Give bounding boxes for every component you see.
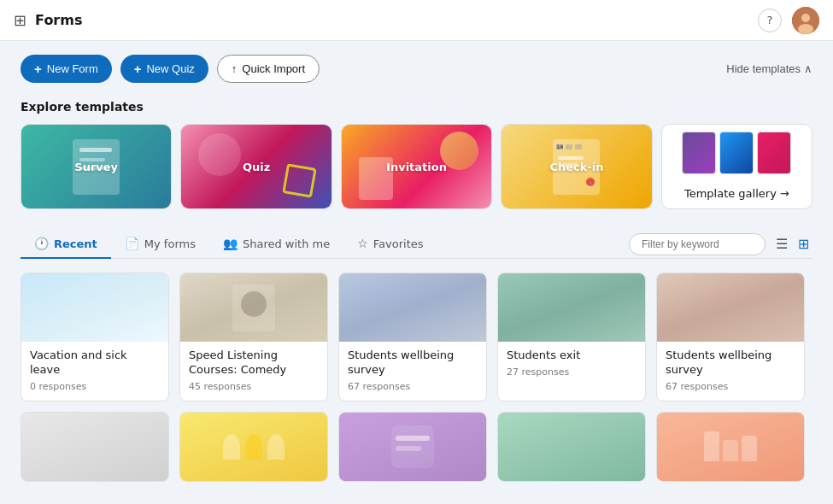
template-gallery[interactable]: Template gallery → — [661, 124, 812, 209]
svg-point-2 — [798, 24, 813, 34]
app-title: Forms — [35, 12, 82, 28]
plus-icon-quiz: + — [134, 62, 142, 76]
gallery-text: Template gallery — [684, 187, 777, 200]
hide-templates-label: Hide templates — [726, 62, 801, 75]
mini-preview-3 — [757, 132, 791, 174]
import-icon: ↑ — [232, 62, 238, 75]
template-survey[interactable]: Survey — [21, 124, 172, 209]
forms-nav: 🕐 Recent 📄 My forms 👥 Shared with me ☆ F… — [21, 230, 812, 259]
template-checkin[interactable]: 14 📍 Check-in — [501, 124, 652, 209]
template-quiz[interactable]: Quiz — [180, 124, 331, 209]
filter-area: ☰ ⊞ — [629, 233, 812, 255]
help-icon: ? — [767, 14, 773, 26]
form-card-row2-1[interactable] — [21, 412, 169, 482]
tab-favorites-label: Favorites — [373, 237, 424, 250]
grid-view-button[interactable]: ⊞ — [795, 234, 812, 254]
quiz-label: Quiz — [243, 161, 270, 173]
form-card-responses-listening: 45 responses — [189, 381, 319, 392]
form-card-responses-students-wb: 67 responses — [348, 381, 478, 392]
form-card-img-row2-1 — [21, 413, 168, 481]
my-forms-icon: 📄 — [125, 237, 139, 250]
mini-previews — [682, 132, 791, 174]
form-card-row2-4[interactable] — [497, 412, 646, 482]
form-card-img-row2-2 — [180, 413, 327, 481]
new-quiz-label: New Quiz — [146, 62, 194, 75]
form-card-row2-3[interactable] — [338, 412, 487, 482]
new-form-button[interactable]: + New Form — [21, 55, 112, 83]
form-card-img-students-wb2 — [657, 273, 804, 342]
form-card-body-listening: Speed Listening Courses: Comedy 45 respo… — [180, 342, 327, 401]
tab-recent-label: Recent — [54, 237, 97, 250]
form-card-title-listening: Speed Listening Courses: Comedy — [189, 349, 319, 378]
hide-templates-button[interactable]: Hide templates ∧ — [726, 62, 812, 75]
favorites-icon: ☆ — [357, 237, 368, 250]
form-card-img-students-wb — [339, 273, 486, 342]
svg-point-1 — [801, 14, 810, 22]
mini-preview-1 — [682, 132, 716, 174]
list-view-button[interactable]: ☰ — [772, 234, 791, 254]
action-bar: + New Form + New Quiz ↑ Quick Import Hid… — [21, 55, 812, 83]
form-card-img-listening — [180, 273, 327, 342]
tab-shared[interactable]: 👥 Shared with me — [209, 230, 343, 259]
explore-templates-section: Explore templates Survey Qui — [21, 100, 812, 209]
section-title: Explore templates — [21, 100, 812, 114]
avatar-image — [792, 7, 819, 34]
chevron-up-icon: ∧ — [804, 62, 812, 75]
checkin-label: Check-in — [549, 161, 603, 173]
new-form-label: New Form — [47, 62, 98, 75]
form-card-row2-2[interactable] — [179, 412, 328, 482]
tab-favorites[interactable]: ☆ Favorites — [343, 230, 437, 259]
form-card-students-wb[interactable]: Students wellbeing survey 67 responses — [338, 273, 487, 401]
form-card-listening[interactable]: Speed Listening Courses: Comedy 45 respo… — [179, 273, 328, 401]
avatar[interactable] — [792, 7, 819, 34]
form-card-img-students-exit — [498, 273, 645, 342]
quick-import-label: Quick Import — [242, 62, 305, 75]
form-card-img-vacation — [21, 273, 168, 342]
templates-grid: Survey Quiz Invitation — [21, 124, 812, 209]
form-card-body-students-wb2: Students wellbeing survey 67 responses — [657, 342, 804, 401]
form-card-title-students-exit: Students exit — [507, 349, 636, 363]
form-card-responses-vacation: 0 responses — [30, 381, 160, 392]
form-card-body-students-wb: Students wellbeing survey 67 responses — [339, 342, 486, 401]
form-card-body-vacation: Vacation and sick leave 0 responses — [21, 342, 168, 401]
forms-grid: Vacation and sick leave 0 responses Spee… — [21, 273, 812, 401]
filter-input[interactable] — [629, 233, 766, 255]
form-card-img-row2-5 — [657, 413, 804, 481]
form-card-responses-students-exit: 27 responses — [507, 366, 636, 378]
survey-label: Survey — [74, 161, 118, 173]
form-card-row2-5[interactable] — [656, 412, 805, 482]
tab-my-forms-label: My forms — [144, 237, 196, 250]
tab-recent[interactable]: 🕐 Recent — [21, 230, 111, 259]
form-card-img-row2-4 — [498, 413, 645, 481]
gallery-label: Template gallery → — [684, 187, 789, 200]
form-card-title-students-wb2: Students wellbeing survey — [666, 349, 795, 378]
mini-preview-2 — [719, 132, 754, 174]
tab-shared-label: Shared with me — [243, 237, 330, 250]
recent-icon: 🕐 — [34, 237, 49, 250]
main-content: + New Form + New Quiz ↑ Quick Import Hid… — [0, 41, 833, 504]
invitation-label: Invitation — [386, 161, 447, 173]
topbar: ⊞ Forms ? — [0, 0, 833, 41]
form-card-body-students-exit: Students exit 27 responses — [498, 342, 645, 386]
form-card-img-row2-3 — [339, 413, 486, 481]
form-card-vacation[interactable]: Vacation and sick leave 0 responses — [21, 273, 169, 401]
topbar-right: ? — [758, 7, 819, 34]
form-card-students-exit[interactable]: Students exit 27 responses — [497, 273, 646, 401]
new-quiz-button[interactable]: + New Quiz — [120, 55, 208, 83]
forms-section: 🕐 Recent 📄 My forms 👥 Shared with me ☆ F… — [21, 230, 812, 482]
waffle-icon[interactable]: ⊞ — [14, 11, 26, 29]
shared-icon: 👥 — [223, 237, 238, 250]
gallery-arrow: → — [780, 187, 789, 200]
form-card-title-vacation: Vacation and sick leave — [30, 349, 160, 378]
template-invitation[interactable]: Invitation — [341, 124, 492, 209]
quick-import-button[interactable]: ↑ Quick Import — [217, 55, 320, 83]
help-button[interactable]: ? — [758, 9, 782, 32]
form-card-title-students-wb: Students wellbeing survey — [348, 349, 478, 378]
plus-icon: + — [34, 62, 42, 76]
tab-my-forms[interactable]: 📄 My forms — [111, 230, 209, 259]
forms-grid-row2 — [21, 412, 812, 482]
view-toggle: ☰ ⊞ — [772, 234, 812, 254]
form-card-responses-students-wb2: 67 responses — [666, 381, 795, 392]
form-card-students-wb2[interactable]: Students wellbeing survey 67 responses — [656, 273, 805, 401]
